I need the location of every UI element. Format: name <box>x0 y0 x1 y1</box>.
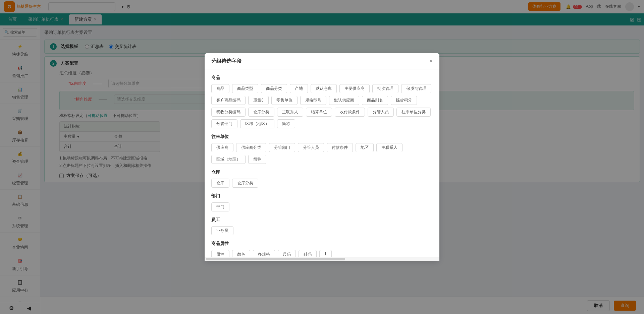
field-dept[interactable]: 分管部门 <box>211 119 237 128</box>
field-manage-dept[interactable]: 分管部门 <box>269 143 295 152</box>
section-product-title: 商品 <box>211 75 433 81</box>
section-counterparty: 往来单位 供应商 供应商分类 分管部门 分管人员 付款条件 地区 主联系人 区域… <box>211 134 433 164</box>
field-shoe-size[interactable]: 鞋码 <box>299 250 317 257</box>
section-product: 商品 商品 商品类型 商品分类 产地 默认仓库 主要供应商 批次管理 保质期管理… <box>211 75 433 128</box>
section-product-attr-title: 商品属性 <box>211 241 433 247</box>
field-warehouse-cat[interactable]: 仓库分类 <box>232 179 258 188</box>
field-payment-terms[interactable]: 收付款条件 <box>335 108 365 117</box>
field-supplier[interactable]: 供应商 <box>211 143 233 152</box>
field-area[interactable]: 地区 <box>356 143 374 152</box>
field-main-contact[interactable]: 主联系人 <box>277 108 303 117</box>
field-contact[interactable]: 主联系人 <box>376 143 402 152</box>
field-abbrev[interactable]: 简称 <box>277 119 295 128</box>
section-product-fields: 商品 商品类型 商品分类 产地 默认仓库 主要供应商 批次管理 保质期管理 客户… <box>211 84 433 128</box>
field-settlement-unit[interactable]: 结算单位 <box>306 108 332 117</box>
modal-body: 商品 商品 商品类型 商品分类 产地 默认仓库 主要供应商 批次管理 保质期管理… <box>205 69 439 257</box>
field-default-supplier[interactable]: 默认供应商 <box>329 96 359 105</box>
section-employee-fields: 业务员 <box>211 226 433 235</box>
field-counterparty-category[interactable]: 往来单位分类 <box>396 108 431 117</box>
modal-header: 分组待选字段 × <box>205 53 439 69</box>
field-multi-spec[interactable]: 多规格 <box>253 250 275 257</box>
field-product-category[interactable]: 商品分类 <box>261 84 287 93</box>
hscroll-thumb[interactable] <box>206 258 345 260</box>
section-product-attr: 商品属性 属性 颜色 多规格 尺码 鞋码 1 <box>211 241 433 257</box>
field-product-type[interactable]: 商品类型 <box>232 84 258 93</box>
field-warehouse-category[interactable]: 仓库分类 <box>248 108 274 117</box>
field-size[interactable]: 尺码 <box>278 250 296 257</box>
field-payment-cond[interactable]: 付款条件 <box>327 143 353 152</box>
field-attr[interactable]: 属性 <box>211 250 229 257</box>
section-warehouse: 仓库 仓库 仓库分类 <box>211 169 433 188</box>
field-default-warehouse[interactable]: 默认仓库 <box>311 84 337 93</box>
field-manage-person[interactable]: 分管人员 <box>298 143 324 152</box>
section-employee: 员工 业务员 <box>211 217 433 235</box>
section-department-fields: 部门 <box>211 202 433 211</box>
field-weight[interactable]: 重量3 <box>248 96 269 105</box>
field-salesman[interactable]: 业务员 <box>211 226 233 235</box>
section-department: 部门 部门 <box>211 193 433 211</box>
modal-overlay: 分组待选字段 × 商品 商品 商品类型 商品分类 产地 默认仓库 主要供应商 批… <box>0 0 644 314</box>
field-customer-code[interactable]: 客户商品编码 <box>211 96 246 105</box>
field-shelf-life[interactable]: 保质期管理 <box>401 84 431 93</box>
section-employee-title: 员工 <box>211 217 433 223</box>
modal: 分组待选字段 × 商品 商品 商品类型 商品分类 产地 默认仓库 主要供应商 批… <box>205 53 439 261</box>
field-tax-code[interactable]: 税收分类编码 <box>211 108 246 117</box>
field-pick-points[interactable]: 拣货积分 <box>391 96 417 105</box>
field-product-alias[interactable]: 商品别名 <box>362 96 388 105</box>
field-main-supplier[interactable]: 主要供应商 <box>339 84 370 93</box>
section-department-title: 部门 <box>211 193 433 199</box>
field-region[interactable]: 区域（地区） <box>240 119 274 128</box>
section-warehouse-title: 仓库 <box>211 169 433 175</box>
modal-horizontal-scrollbar[interactable] <box>205 257 439 261</box>
field-product[interactable]: 商品 <box>211 84 229 93</box>
field-retail-unit[interactable]: 零售单位 <box>271 96 298 105</box>
section-counterparty-title: 往来单位 <box>211 134 433 140</box>
modal-title: 分组待选字段 <box>211 58 241 64</box>
field-one[interactable]: 1 <box>319 250 332 257</box>
field-department[interactable]: 部门 <box>211 202 229 211</box>
field-abbrev2[interactable]: 简称 <box>248 155 266 164</box>
field-supervisor[interactable]: 分管人员 <box>368 108 394 117</box>
field-color[interactable]: 颜色 <box>232 250 250 257</box>
field-batch-mgmt[interactable]: 批次管理 <box>372 84 398 93</box>
field-warehouse[interactable]: 仓库 <box>211 179 229 188</box>
section-warehouse-fields: 仓库 仓库分类 <box>211 179 433 188</box>
field-supplier-category[interactable]: 供应商分类 <box>236 143 266 152</box>
field-region2[interactable]: 区域（地区） <box>211 155 246 164</box>
field-spec-model[interactable]: 规格型号 <box>300 96 326 105</box>
section-counterparty-fields: 供应商 供应商分类 分管部门 分管人员 付款条件 地区 主联系人 区域（地区） … <box>211 143 433 164</box>
field-origin[interactable]: 产地 <box>290 84 308 93</box>
section-product-attr-fields: 属性 颜色 多规格 尺码 鞋码 1 <box>211 250 433 257</box>
modal-close-button[interactable]: × <box>429 58 433 64</box>
